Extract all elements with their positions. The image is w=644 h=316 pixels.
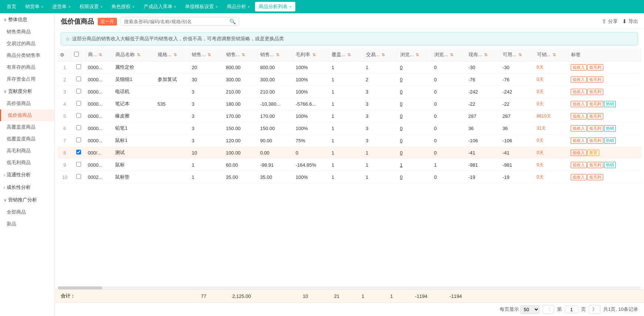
nav-close-icon[interactable]: × (41, 4, 43, 9)
next-page-button[interactable]: 》 (589, 305, 600, 314)
row-checkbox[interactable] (76, 174, 81, 179)
row-checkbox[interactable] (76, 64, 81, 69)
nav-close-icon[interactable]: × (174, 4, 176, 9)
sidebar-item-库存资金占用[interactable]: 库存资金占用 (0, 73, 54, 85)
nav-close-icon[interactable]: × (100, 4, 103, 9)
row-checkbox[interactable] (76, 125, 81, 130)
sidebar-item-商品分类销售率[interactable]: 商品分类销售率 (0, 50, 54, 61)
th-trade[interactable]: 交易... ⇅ (363, 48, 398, 61)
search-input[interactable] (124, 19, 227, 24)
row-checkbox-cell (72, 110, 85, 122)
nav-item-首页[interactable]: 首页 (3, 2, 20, 11)
row-checkbox[interactable] (76, 162, 81, 167)
th-margin[interactable]: 毛利率 ⇅ (294, 48, 329, 61)
row-view2: 0 (432, 110, 466, 122)
row-checkbox[interactable] (76, 137, 81, 142)
nav-item-产成品入库单[interactable]: 产成品入库单× (140, 2, 180, 11)
select-all-checkbox[interactable] (74, 52, 79, 57)
data-table: ⚙ 商... ⇅ 商品名称 ⇅ 规格... ⇅ 销售... ⇅ 销售... ⇅ … (58, 48, 641, 183)
row-sales-amt: 150.00 (224, 122, 258, 135)
nav-close-icon[interactable]: × (289, 4, 291, 9)
per-page-select[interactable]: 50 100 200 (520, 305, 540, 314)
row-tags: 低收入低毛利 (568, 110, 641, 122)
row-no: 2 (58, 74, 72, 86)
sidebar-group-流通性分析[interactable]: ›流通性分析 (0, 169, 54, 181)
sidebar-item-全部商品[interactable]: 全部商品 (0, 206, 54, 218)
sidebar-item-高毛利商品[interactable]: 高毛利商品 (0, 145, 54, 157)
share-icon: ⇧ (602, 18, 607, 25)
row-checkbox[interactable] (76, 77, 81, 81)
nav-close-icon[interactable]: × (248, 4, 250, 9)
row-days: 31天 (534, 122, 568, 135)
export-button[interactable]: ⬇ 导出 (622, 18, 638, 25)
row-spec (155, 159, 189, 171)
tag-badge: 低毛利 (587, 174, 603, 180)
notice-icon: ☆ (66, 36, 70, 42)
nav-item-权限设置[interactable]: 权限设置× (76, 2, 106, 11)
tag-badge: 重置 (587, 150, 599, 156)
nav-item-商品分析[interactable]: 商品分析× (223, 2, 254, 11)
th-name[interactable]: 商品名称 ⇅ (113, 48, 155, 61)
share-button[interactable]: ⇧ 分享 (602, 18, 618, 25)
th-sales-amt[interactable]: 销售... ⇅ (224, 48, 258, 61)
th-view1[interactable]: 浏览... ⇅ (398, 48, 432, 61)
nav-close-icon[interactable]: × (215, 4, 218, 9)
sidebar-item-高覆盖度商品[interactable]: 高覆盖度商品 (0, 121, 54, 133)
row-coverage: 1 (329, 147, 363, 159)
row-available: -106 (500, 135, 534, 147)
th-sales-qty[interactable]: 销售... ⇅ (189, 48, 224, 61)
row-available: 287 (500, 110, 534, 122)
nav-item-进货单[interactable]: 进货单× (48, 2, 74, 11)
sidebar-item-高价值商品[interactable]: 高价值商品 (0, 98, 54, 109)
nav-item-单据模板设置[interactable]: 单据模板设置× (181, 2, 221, 11)
th-spec[interactable]: 规格... ⇅ (155, 48, 189, 61)
nav-item-销货单[interactable]: 销货单× (21, 2, 47, 11)
row-checkbox[interactable] (76, 150, 81, 154)
nav-item-角色授权[interactable]: 角色授权× (108, 2, 138, 11)
row-name: 电话机 (113, 86, 155, 98)
sidebar-item-销售类商品[interactable]: 销售类商品 (0, 26, 54, 38)
row-no: 5 (58, 110, 72, 122)
row-spec (155, 86, 189, 98)
sidebar-group-整体信息[interactable]: ∨整体信息 (0, 13, 54, 26)
row-current: -76 (466, 74, 500, 86)
th-coverage[interactable]: 覆盖... ⇅ (329, 48, 363, 61)
sidebar-item-交易过的商品[interactable]: 交易过的商品 (0, 38, 54, 50)
table-row: 60000...铅笔13150.00150.00100%1300363631天低… (58, 122, 641, 135)
sidebar-group-营销推广分析[interactable]: ∨营销推广分析 (0, 194, 54, 206)
notice-bar: ☆ 这部分商品的销售收入大幅低于商品平均销售收入，价值不高，可考虑调整营销策略，… (61, 32, 638, 45)
prev-page-button[interactable]: 《 (543, 305, 554, 314)
nav-close-icon[interactable]: × (132, 4, 134, 9)
sidebar-group-成长性分析[interactable]: ›成长性分析 (0, 181, 54, 194)
th-current[interactable]: 现有... ⇅ (466, 48, 500, 61)
row-margin: 100% (294, 86, 329, 98)
sidebar-item-低覆盖度商品[interactable]: 低覆盖度商品 (0, 133, 54, 145)
sidebar-group-label: 流通性分析 (7, 171, 31, 178)
th-saleable[interactable]: 可销... ⇅ (534, 48, 568, 61)
th-available[interactable]: 可用... ⇅ (500, 48, 534, 61)
row-coverage: 1 (329, 171, 363, 183)
sidebar-item-低毛利商品[interactable]: 低毛利商品 (0, 157, 54, 169)
row-tags: 低收入重置 (568, 147, 641, 159)
sidebar-item-新品[interactable]: 新品 (0, 218, 54, 230)
sidebar-item-有库存的商品[interactable]: 有库存的商品 (0, 61, 54, 73)
th-sales-price[interactable]: 销售... ⇅ (258, 48, 294, 61)
th-view2[interactable]: 浏览... ⇅ (432, 48, 466, 61)
row-checkbox[interactable] (76, 113, 81, 118)
scrollbar-thumb[interactable] (58, 286, 102, 289)
sidebar-group-贡献度分析[interactable]: ∨贡献度分析 (0, 85, 54, 98)
nav-close-icon[interactable]: × (68, 4, 70, 9)
row-checkbox[interactable] (76, 89, 81, 94)
row-checkbox[interactable] (76, 101, 81, 106)
row-margin: 75% (294, 135, 329, 147)
row-view1: 0 (398, 61, 432, 74)
th-code[interactable]: 商... ⇅ (85, 48, 113, 61)
tag-badge: 低收入 (571, 125, 587, 132)
nav-item-商品分析列表[interactable]: 商品分析列表× (255, 2, 295, 11)
th-settings[interactable]: ⚙ (58, 48, 72, 61)
page-number-input[interactable] (565, 306, 578, 313)
horizontal-scrollbar[interactable] (58, 286, 641, 289)
row-days: 0天 (534, 171, 568, 183)
period-button[interactable]: 近一月 (98, 18, 117, 26)
sidebar-item-低价值商品[interactable]: 低价值商品 (0, 109, 54, 121)
